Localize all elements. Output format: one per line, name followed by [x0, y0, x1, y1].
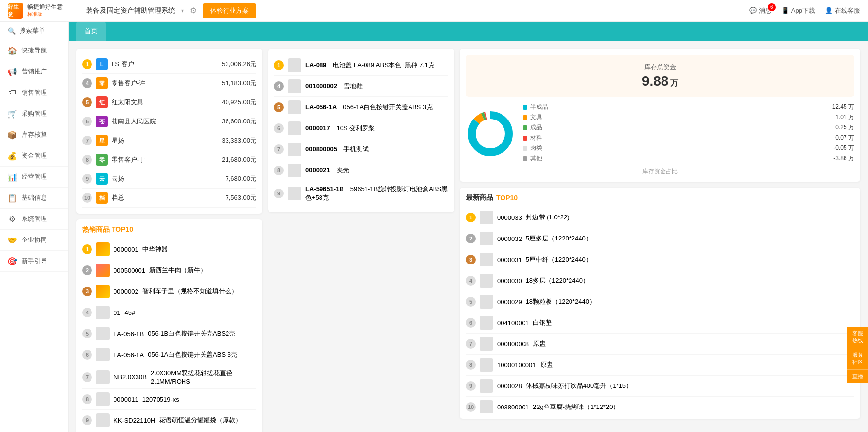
rank-name-5: 星扬 — [112, 136, 218, 145]
guide-icon: 🎯 — [8, 257, 17, 265]
legend-dot-1 — [523, 105, 527, 110]
system-name: 装备及固定资产辅助管理系统 — [86, 6, 175, 15]
sidebar-item-inventory[interactable]: 📦 库存核算 — [0, 124, 68, 145]
hp2-name-4: 45# — [124, 309, 135, 316]
hot-products2-card: 热销商品 TOP10 1 0000001 中华神器 2 000500001 新西… — [76, 219, 262, 432]
hot-products2-list: 1 0000001 中华神器 2 000500001 新西兰牛肉（新牛） 3 — [82, 239, 256, 431]
service-label: 在线客服 — [835, 6, 860, 15]
rank-amount-8: 7,563.00元 — [225, 193, 256, 202]
sidebar-item-basic-label: 基础信息 — [22, 193, 47, 202]
sidebar-item-finance[interactable]: 💰 资金管理 — [0, 145, 68, 167]
sidebar-item-operations-label: 经营管理 — [22, 172, 47, 181]
sidebar-item-marketing-label: 营销推广 — [22, 67, 47, 76]
rank-item-5: 7 星 星扬 33,333.00元 — [82, 131, 256, 150]
legend-dot-3 — [523, 125, 527, 130]
inventory-unit: 万 — [670, 79, 678, 87]
home-tab[interactable]: 首页 — [76, 22, 106, 41]
trial-button[interactable]: 体验行业方案 — [203, 3, 256, 18]
np-rank-8: 8 — [466, 360, 476, 370]
np-code-5: 0000029 — [497, 298, 522, 306]
legend-dot-2 — [523, 115, 527, 120]
online-service-btn[interactable]: 👤 在线客服 — [825, 6, 860, 15]
hp-rank-5: 7 — [274, 144, 284, 154]
home-icon: 🏠 — [8, 46, 17, 55]
left-column: 1 L LS 客户 53,006.26元 4 零 零售客户-许 51,183.0… — [76, 49, 262, 432]
hp-info-2: 001000002 雪地鞋 — [305, 82, 448, 91]
hp2-code-5: LA-056-1B — [114, 330, 144, 337]
sidebar-item-operations[interactable]: 📊 经营管理 — [0, 167, 68, 188]
header-right: 💬 消息 6 📱 App下载 👤 在线客服 — [749, 6, 860, 15]
newest-title: 最新商品 TOP10 — [466, 193, 854, 202]
hp2-code-8: 0000011 — [114, 396, 138, 403]
legend-val-3: 0.25 万 — [835, 123, 854, 132]
sidebar: 🔍 搜索菜单 🏠 快捷导航 📢 营销推广 🏷 销售管理 🛒 采购管理 📦 库存核… — [0, 22, 69, 432]
system-gear-icon[interactable]: ⚙ — [190, 6, 197, 15]
new-prod-1: 1 0000033 封边带 (1.0*22) — [466, 207, 854, 228]
legend-name-6: 其他 — [530, 154, 830, 163]
rank-avatar-6: 零 — [96, 154, 108, 166]
app-download-btn[interactable]: 📱 App下载 — [781, 6, 815, 15]
np-code-2: 0000032 — [497, 235, 522, 242]
sidebar-item-system-label: 系统管理 — [22, 215, 47, 223]
legend-item-6: 其他 -3.86 万 — [523, 154, 854, 163]
sidebar-item-basic[interactable]: 📋 基础信息 — [0, 188, 68, 209]
rank-amount-7: 7,680.00元 — [225, 174, 256, 183]
message-btn[interactable]: 💬 消息 6 — [749, 6, 772, 15]
hp2-rank-5: 5 — [82, 329, 92, 338]
hp2-name-8: 12070519-xs — [142, 396, 179, 403]
hp2-name-5: 056-1B白色按键开关壳ABS2壳 — [148, 329, 235, 338]
rank-name-6: 零售客户-于 — [112, 155, 218, 164]
hp-info-1: LA-089 电池盖 LA-089 ABS本色+黑种 7.1克 — [305, 61, 448, 70]
np-img-1 — [480, 211, 493, 224]
legend-val-2: 1.01 万 — [835, 113, 854, 121]
sales-icon: 🏷 — [8, 88, 17, 97]
sidebar-item-purchase[interactable]: 🛒 采购管理 — [0, 103, 68, 124]
rank-amount-1: 53,006.26元 — [222, 60, 256, 69]
system-arrow-icon[interactable]: ▾ — [181, 7, 184, 14]
hp-info-6: 0000021 夹壳 — [305, 166, 448, 175]
hp2-name-7: 2.0X30MM双搓花轴搓花直径2.1MM/ROHS — [151, 369, 256, 385]
float-service-btn[interactable]: 客服热线 — [847, 327, 868, 348]
hot-prod2-item-1: 1 0000001 中华神器 — [82, 239, 256, 260]
rank-avatar-1: L — [96, 58, 108, 70]
logo-text-area: 畅捷通好生意 标准版 — [27, 3, 63, 18]
hp-code-7: LA-59651-1B 59651-1B旋转投影灯电池盒ABS黑色+58克 — [305, 185, 448, 202]
np-rank-6: 6 — [466, 318, 476, 328]
rank-avatar-7: 云 — [96, 173, 108, 185]
np-img-8 — [480, 358, 493, 372]
float-community-btn[interactable]: 服务社区 — [847, 348, 868, 370]
hp2-img-6 — [96, 348, 110, 361]
search-menu-item[interactable]: 🔍 搜索菜单 — [0, 22, 68, 40]
sidebar-item-guide[interactable]: 🎯 新手引导 — [0, 251, 68, 272]
np-name-2: 5厘多层（1220*2440） — [526, 234, 592, 243]
np-code-8: 10000100001 — [497, 361, 536, 369]
hp2-code-9: KK-SD22110H — [114, 417, 155, 424]
rank-name-7: 云扬 — [112, 174, 221, 183]
rank-item-3: 5 红 红太阳文具 40,925.00元 — [82, 93, 256, 112]
legend-dot-5 — [523, 146, 527, 151]
sidebar-item-collab[interactable]: 🤝 企业协同 — [0, 230, 68, 251]
sidebar-item-system[interactable]: ⚙ 系统管理 — [0, 209, 68, 230]
hp-code-2: 001000002 雪地鞋 — [305, 82, 448, 91]
hp2-rank-8: 8 — [82, 394, 92, 404]
hp2-img-8 — [96, 392, 110, 406]
sidebar-item-sales-label: 销售管理 — [22, 88, 47, 97]
nav-bar: 首页 — [69, 22, 868, 41]
logo-icon: 好生意 — [8, 3, 23, 19]
hp2-img-4 — [96, 306, 110, 319]
float-live-btn[interactable]: 直播 — [847, 370, 868, 383]
rank-item-2: 4 零 零售客户-许 51,183.00元 — [82, 74, 256, 93]
sidebar-item-sales[interactable]: 🏷 销售管理 — [0, 82, 68, 103]
hp2-img-2 — [96, 264, 110, 277]
np-rank-4: 4 — [466, 276, 476, 286]
rank-item-7: 9 云 云扬 7,680.00元 — [82, 169, 256, 189]
legend-val-5: -0.05 万 — [833, 144, 854, 152]
hot-prod2-item-3: 3 0000002 智利车子里（规格不知道填什么） — [82, 281, 256, 302]
sidebar-item-marketing[interactable]: 📢 营销推广 — [0, 61, 68, 82]
sidebar-item-home[interactable]: 🏠 快捷导航 — [0, 40, 68, 61]
hot-products2-title: 热销商品 TOP10 — [82, 225, 256, 234]
hp2-img-9 — [96, 413, 110, 427]
hot-products-list: 1 LA-089 电池盖 LA-089 ABS本色+黑种 7.1克 4 0010… — [274, 55, 448, 206]
np-code-3: 0000031 — [497, 256, 522, 264]
np-name-5: 18颗粒板（1220*2440） — [526, 297, 595, 306]
